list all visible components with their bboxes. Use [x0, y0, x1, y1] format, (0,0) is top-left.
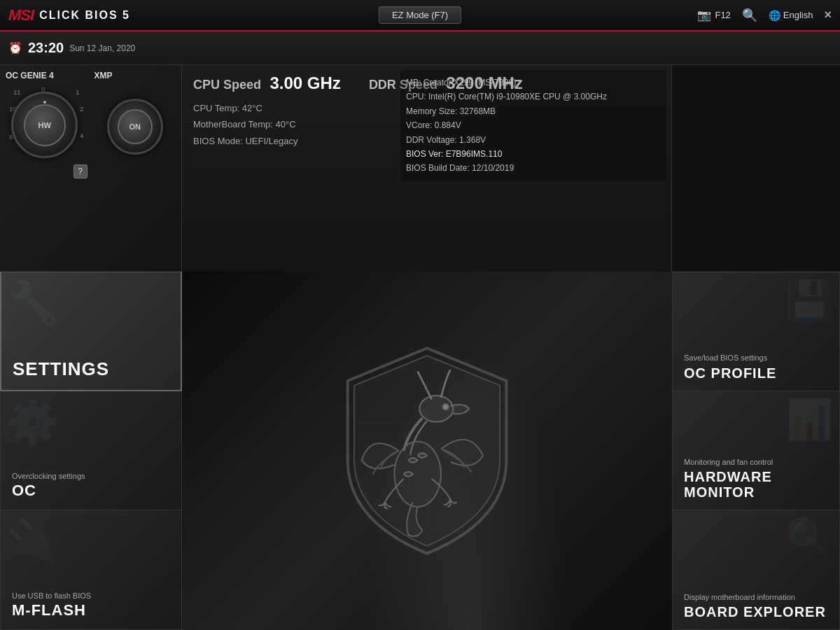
board-explorer-label: BOARD EXPLORER — [684, 604, 828, 620]
bios-ver: BIOS Ver: E7B96IMS.110 — [406, 147, 661, 161]
mflash-sublabel: Use USB to flash BIOS — [12, 592, 170, 600]
oc-sublabel: Overclocking settings — [12, 472, 170, 480]
mflash-tile[interactable]: 🔌 Use USB to flash BIOS M-FLASH — [0, 510, 182, 630]
clock-icon: ⏰ — [8, 41, 22, 55]
clock-section: ⏰ 23:20 Sun 12 Jan, 2020 — [8, 40, 169, 56]
top-bar: MSI CLICK BIOS 5 EZ Mode (F7) 📷 F12 🔍 🌐 … — [0, 0, 840, 31]
search-button[interactable]: 🔍 — [742, 8, 757, 23]
mflash-label: M-FLASH — [12, 601, 170, 620]
center-image — [182, 272, 672, 630]
xmp-section: XMP ON — [94, 71, 176, 266]
top-center: EZ Mode (F7) — [379, 6, 461, 24]
memory-size: Memory Size: 32768MB — [406, 104, 661, 118]
language-label: English — [783, 10, 813, 20]
board-explorer-tile[interactable]: 🔍 Display motherboard information BOARD … — [672, 510, 840, 630]
cpu-speed-label: CPU Speed — [193, 78, 261, 92]
cpu-info: CPU: Intel(R) Core(TM) i9-10980XE CPU @ … — [406, 90, 661, 104]
cpu-speed-block: CPU Speed 3.00 GHz — [193, 74, 341, 93]
screenshot-label: F12 — [715, 10, 730, 20]
right-panel: 💾 Save/load BIOS settings OC PROFILE 📊 M… — [672, 272, 840, 630]
oc-dial-inner[interactable]: HW — [24, 104, 66, 146]
settings-label: SETTINGS — [13, 358, 169, 380]
bios-title: CLICK BIOS 5 — [39, 9, 130, 22]
oc-genie-label: OC GENIE 4 — [6, 71, 88, 80]
mb-info: MB: Creator X299 (MS-7B96) — [406, 76, 661, 90]
ez-mode-button[interactable]: EZ Mode (F7) — [379, 6, 461, 24]
mb-info-panel: MB: Creator X299 (MS-7B96) CPU: Intel(R)… — [400, 70, 666, 181]
oc-genie-dial[interactable]: 0 1 11 2 4 6 8 10 HW ? — [6, 85, 88, 178]
vcore: VCore: 0.884V — [406, 118, 661, 132]
oc-xmp-row: OC GENIE 4 0 1 11 2 4 6 8 10 HW — [6, 71, 176, 266]
hardware-monitor-label: HARDWARE MONITOR — [684, 469, 828, 500]
oc-profile-sublabel: Save/load BIOS settings — [684, 353, 828, 363]
oc-profile-label: OC PROFILE — [684, 365, 828, 381]
board-explorer-bg-icon: 🔍 — [785, 516, 834, 561]
logo: MSI CLICK BIOS 5 — [8, 6, 130, 24]
close-button[interactable]: × — [824, 8, 832, 22]
oc-bg-icon: ⚙️ — [6, 397, 59, 447]
camera-icon: 📷 — [697, 8, 711, 22]
svg-point-2 — [394, 442, 441, 507]
time-display: 23:20 — [28, 40, 64, 56]
oc-profile-tile[interactable]: 💾 Save/load BIOS settings OC PROFILE — [672, 272, 840, 391]
oc-tile[interactable]: ⚙️ Overclocking settings OC — [0, 391, 182, 511]
bottom-nav-grid: 🔧 SETTINGS ⚙️ Overclocking settings OC 🔌… — [0, 272, 182, 630]
xmp-toggle-inner[interactable]: ON — [118, 109, 153, 144]
cpu-speed-value: 3.00 GHz — [270, 74, 340, 92]
language-button[interactable]: 🌐 English — [769, 10, 813, 21]
oc-genie-section: OC GENIE 4 0 1 11 2 4 6 8 10 HW — [6, 71, 88, 266]
oc-genie-help[interactable]: ? — [74, 164, 88, 178]
hardware-monitor-sublabel: Monitoring and fan control — [684, 457, 828, 468]
xmp-label: XMP — [94, 71, 176, 80]
left-panel: OC GENIE 4 0 1 11 2 4 6 8 10 HW — [0, 65, 182, 272]
dragon-shield — [329, 339, 525, 563]
search-icon: 🔍 — [742, 8, 757, 23]
oc-label: OC — [12, 482, 170, 500]
info-bar: ⏰ 23:20 Sun 12 Jan, 2020 — [0, 31, 840, 65]
date-display: Sun 12 Jan, 2020 — [69, 43, 135, 53]
oc-profile-bg-icon: 💾 — [785, 278, 834, 323]
svg-point-1 — [443, 404, 449, 410]
hardware-monitor-tile[interactable]: 📊 Monitoring and fan control HARDWARE MO… — [672, 391, 840, 511]
settings-bg-icon: 🔧 — [7, 278, 59, 328]
board-explorer-sublabel: Display motherboard information — [684, 592, 828, 603]
settings-tile[interactable]: 🔧 SETTINGS — [0, 272, 182, 391]
globe-icon: 🌐 — [769, 10, 780, 21]
ddr-voltage: DDR Voltage: 1.368V — [406, 133, 661, 147]
top-right: 📷 F12 🔍 🌐 English × — [697, 8, 832, 23]
xmp-toggle-dial[interactable]: ON — [107, 99, 163, 155]
bios-build-date: BIOS Build Date: 12/10/2019 — [406, 161, 661, 175]
oc-dial[interactable]: HW — [11, 92, 78, 158]
screenshot-button[interactable]: 📷 F12 — [697, 8, 730, 22]
hardware-monitor-bg-icon: 📊 — [785, 397, 834, 442]
xmp-dial-container[interactable]: ON — [94, 85, 176, 155]
mflash-bg-icon: 🔌 — [6, 516, 59, 566]
msi-logo: MSI — [8, 6, 34, 24]
